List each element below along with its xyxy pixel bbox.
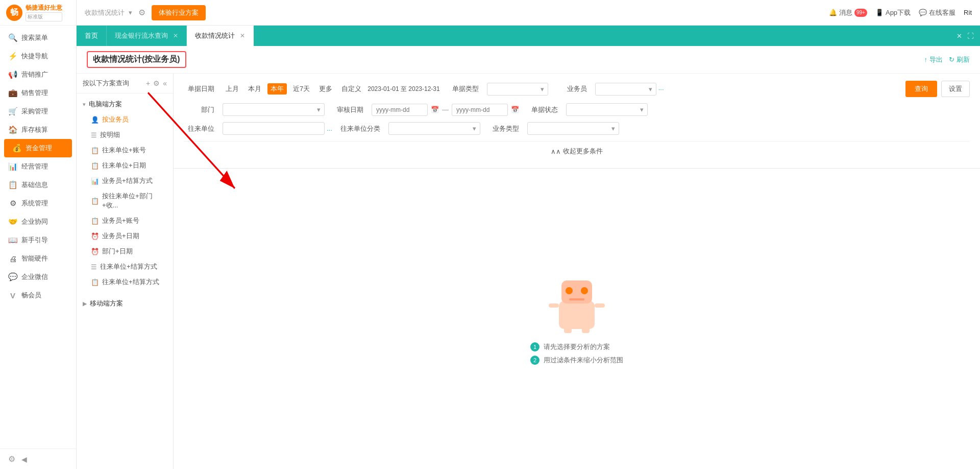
- audit-date-start[interactable]: [372, 104, 428, 116]
- collapse-bar[interactable]: ∧∧ 收起更多条件: [184, 141, 970, 161]
- sidebar-toggle-icon[interactable]: ◀: [21, 455, 27, 463]
- sidebar-item-operation[interactable]: 📊 经营管理: [0, 157, 76, 176]
- svg-rect-4: [569, 298, 584, 300]
- notifications-btn[interactable]: 🔔 消息 99+: [829, 8, 867, 17]
- tabbar-right: ✕ ⛶: [950, 26, 980, 46]
- app-download-btn[interactable]: 📱 App下载: [875, 8, 911, 17]
- sidebar-item-smart-hw[interactable]: 🖨 智能硬件: [0, 249, 76, 268]
- guide-icon: 📖: [8, 236, 17, 245]
- page-header: 收款情况统计(按业务员) ↑ 导出 ↻ 刷新: [77, 46, 980, 74]
- tree-item-salesperson-account[interactable]: 📋 业务员+账号: [77, 213, 173, 228]
- partner-field-wrap: ...: [223, 122, 332, 135]
- tab-bank-flow[interactable]: 现金银行流水查询 ✕: [107, 26, 187, 46]
- tab-bank-flow-close[interactable]: ✕: [173, 32, 178, 39]
- tree-item-by-detail[interactable]: ☰ 按明细: [77, 127, 173, 143]
- tree-item-partner-settle1[interactable]: ☰ 往来单位+结算方式: [77, 259, 173, 274]
- audit-date-range: 📅 — 📅: [372, 104, 519, 116]
- content-area: 按以下方案查询 + ⚙ « ▾ 电脑端方案 👤 按业务员 ☰ 按: [77, 74, 980, 469]
- export-button[interactable]: ↑ 导出: [924, 55, 943, 64]
- trial-button[interactable]: 体验行业方案: [152, 5, 206, 20]
- salesperson-settle-icon: 📊: [91, 177, 99, 185]
- tab-receipt-stats[interactable]: 收款情况统计 ✕: [187, 26, 254, 46]
- base-info-icon: 📋: [8, 180, 17, 190]
- partner-type-label: 往来单位分类: [340, 124, 380, 133]
- date-shortcuts: 上月 本月 本年 近7天 更多 自定义 2023-01-01 至 2023-12…: [223, 83, 440, 95]
- export-icon: ↑: [924, 56, 928, 63]
- sidebar-item-guide[interactable]: 📖 新手引导: [0, 231, 76, 249]
- shortcut-more[interactable]: 更多: [316, 83, 335, 95]
- salesperson-label: 业务员: [556, 84, 587, 93]
- audit-date-end[interactable]: [452, 104, 508, 116]
- tabbar-close-icon[interactable]: ✕: [957, 32, 962, 40]
- tabbar: 首页 现金银行流水查询 ✕ 收款情况统计 ✕ ✕ ⛶: [77, 26, 980, 46]
- online-service-btn[interactable]: 💬 在线客服: [919, 8, 955, 17]
- tree-item-dept-date[interactable]: ⏰ 部门+日期: [77, 244, 173, 259]
- tree-item-by-salesperson[interactable]: 👤 按业务员: [77, 112, 173, 127]
- shortcut-last-month[interactable]: 上月: [223, 83, 242, 95]
- detail-icon: ☰: [91, 131, 97, 139]
- tree-item-partner-dept[interactable]: 📋 按往来单位+部门+收...: [77, 189, 173, 213]
- shortcut-this-year[interactable]: 本年: [267, 83, 287, 95]
- doc-type-select[interactable]: [487, 83, 548, 96]
- breadcrumb-dropdown-icon[interactable]: ▾: [129, 9, 132, 16]
- filter-settings-button[interactable]: 设置: [941, 81, 970, 97]
- wechat-icon: 💬: [8, 272, 17, 282]
- sidebar-item-quick-nav[interactable]: ⚡ 快捷导航: [0, 47, 76, 65]
- tabbar-expand-icon[interactable]: ⛶: [967, 32, 974, 40]
- scheme-settings-icon[interactable]: ⚙: [153, 79, 160, 87]
- empty-robot-illustration: [546, 273, 607, 334]
- sidebar-item-marketing[interactable]: 📢 营销推广: [0, 65, 76, 84]
- sidebar-item-sales[interactable]: 💼 销售管理: [0, 84, 76, 102]
- tree-item-partner-account[interactable]: 📋 往来单位+账号: [77, 143, 173, 158]
- sidebar-item-search-menu[interactable]: 🔍 搜索菜单: [0, 29, 76, 47]
- partner-type-select[interactable]: [388, 122, 480, 135]
- logo-text: 畅捷通好生意 标准版: [26, 4, 62, 21]
- doc-status-select[interactable]: [566, 103, 648, 116]
- page-title: 收款情况统计(按业务员): [87, 51, 186, 68]
- partner-account-icon: 📋: [91, 147, 99, 154]
- hint-num-2: 2: [530, 356, 540, 365]
- sidebar-item-finance[interactable]: 💰 资金管理: [4, 139, 72, 157]
- sidebar-item-member[interactable]: V 畅会员: [0, 286, 76, 304]
- sidebar-item-cooperation[interactable]: 🤝 企业协同: [0, 213, 76, 231]
- tree-item-partner-date[interactable]: 📋 往来单位+日期: [77, 158, 173, 173]
- biz-type-select[interactable]: [527, 122, 619, 135]
- shortcut-last-7[interactable]: 近7天: [290, 83, 313, 95]
- shortcut-this-month[interactable]: 本月: [245, 83, 264, 95]
- sidebar-item-wechat[interactable]: 💬 企业微信: [0, 268, 76, 286]
- collapse-panel-icon[interactable]: «: [163, 79, 167, 87]
- salesperson-icon: 👤: [91, 116, 99, 124]
- sidebar-item-purchase[interactable]: 🛒 采购管理: [0, 102, 76, 121]
- tree-item-salesperson-settle[interactable]: 📊 业务员+结算方式: [77, 173, 173, 189]
- salesperson-more-icon[interactable]: ···: [658, 85, 664, 93]
- topbar-settings-icon[interactable]: ⚙: [138, 8, 145, 17]
- tree-mobile-header[interactable]: ▶ 移动端方案: [77, 296, 173, 311]
- refresh-button[interactable]: ↻ 刷新: [949, 55, 970, 64]
- sidebar-item-base-info[interactable]: 📋 基础信息: [0, 176, 76, 194]
- shortcut-custom[interactable]: 自定义: [338, 83, 364, 95]
- smart-hw-icon: 🖨: [8, 254, 17, 263]
- add-scheme-icon[interactable]: +: [146, 79, 150, 87]
- tree-item-partner-settle2[interactable]: 📋 往来单位+结算方式: [77, 274, 173, 290]
- member-icon: V: [8, 291, 17, 300]
- sidebar-item-inventory[interactable]: 🏠 库存核算: [0, 121, 76, 139]
- salesperson-select[interactable]: [595, 83, 656, 96]
- dept-select[interactable]: [223, 103, 325, 116]
- sidebar-item-system[interactable]: ⚙ 系统管理: [0, 194, 76, 213]
- tab-home[interactable]: 首页: [77, 26, 107, 46]
- doc-type-select-wrap: [487, 83, 548, 96]
- calendar-icon-start[interactable]: 📅: [431, 106, 439, 113]
- online-service-icon: 💬: [919, 9, 927, 16]
- svg-rect-0: [559, 301, 595, 329]
- partner-more-icon[interactable]: ...: [327, 125, 332, 132]
- query-button[interactable]: 查询: [905, 81, 937, 97]
- tree-desktop-arrow: ▾: [83, 101, 86, 108]
- robot-svg: [546, 273, 607, 334]
- topbar: 收款情况统计 ▾ ⚙ 体验行业方案 🔔 消息 99+ 📱 App下载 💬 在线客…: [77, 0, 980, 26]
- calendar-icon-end[interactable]: 📅: [511, 106, 519, 113]
- partner-input[interactable]: [223, 122, 325, 135]
- tree-item-salesperson-date[interactable]: ⏰ 业务员+日期: [77, 228, 173, 244]
- tree-desktop-header[interactable]: ▾ 电脑端方案: [77, 97, 173, 112]
- sidebar-settings-icon[interactable]: ⚙: [8, 454, 15, 464]
- tab-receipt-stats-close[interactable]: ✕: [240, 32, 245, 39]
